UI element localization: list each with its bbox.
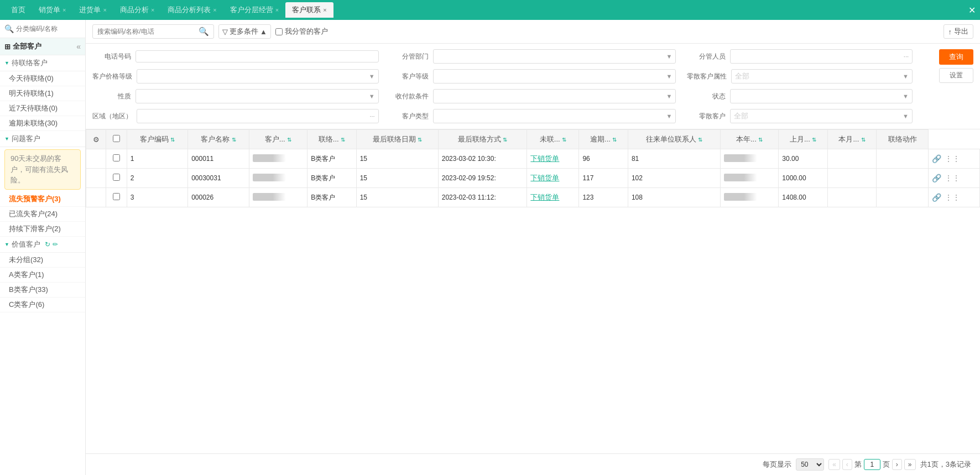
tab-product-analysis-close[interactable]: × [151, 7, 154, 13]
sidebar-group-pending[interactable]: ▼ 待联络客户 [0, 55, 85, 71]
row-last-method-0[interactable]: 下销货单 [527, 149, 579, 169]
sidebar-collapse-icon[interactable]: « [76, 42, 81, 51]
prev-page-button[interactable]: ‹ [842, 459, 852, 470]
main-search-icon[interactable]: 🔍 [199, 27, 209, 36]
filter-payment-select[interactable]: ▼ [433, 89, 676, 103]
filter-row-price-level: 客户价格等级 ▼ [92, 69, 379, 83]
filter-customer-level-select[interactable]: ▼ [433, 69, 676, 83]
export-icon: ↑ [948, 28, 952, 36]
row-checkbox-0[interactable] [106, 149, 127, 169]
last-date-column-header[interactable]: 最后联络日期 ⇅ [356, 130, 438, 149]
main-search-input[interactable] [97, 28, 196, 35]
filter-dept-select[interactable]: ▼ [433, 49, 676, 64]
action-more-icon-2[interactable]: ⋮⋮ [945, 193, 960, 202]
tab-product-list-close[interactable]: × [213, 7, 216, 13]
tab-sales-close[interactable]: × [62, 7, 66, 13]
chevron-down-icon-status: ▼ [903, 93, 909, 100]
row-actions-1: 🔗 ⋮⋮ [929, 169, 980, 188]
sidebar-group-value[interactable]: ▼ 价值客户 ↻ ✏ [0, 237, 85, 253]
filter-phone-label: 电话号码 [92, 52, 131, 61]
my-customers-checkbox[interactable] [275, 28, 283, 35]
page-nav: « ‹ 第 页 › » [828, 459, 915, 470]
tab-home[interactable]: 首页 [4, 2, 32, 18]
overdue-column-header[interactable]: 逾期... ⇅ [579, 130, 628, 149]
filter-retail-attr-select[interactable]: 全部 ▼ [731, 69, 913, 83]
sidebar-group-problem[interactable]: ▼ 问题客户 [0, 131, 85, 147]
triangle-icon-problem: ▼ [4, 136, 9, 142]
row-checkbox-2[interactable] [106, 188, 127, 207]
tab-customer-layer[interactable]: 客户分层经营 × [223, 2, 285, 18]
action-link-icon-1[interactable]: 🔗 [932, 174, 941, 182]
sidebar-item-overdue[interactable]: 逾期未联络(30) [0, 116, 85, 131]
tab-product-analysis[interactable]: 商品分析 × [113, 2, 161, 18]
filter-bar-right: ↑ 导出 [943, 24, 974, 39]
edit-icon[interactable]: ✏ [53, 241, 58, 248]
filter-retail-select[interactable]: 全部 ▼ [730, 109, 913, 123]
gear-column-header[interactable]: ⚙ [86, 130, 106, 149]
uncontacted-column-header[interactable]: 未联... ⇅ [527, 130, 579, 149]
contact-column-header[interactable]: 联络... ⇅ [307, 130, 357, 149]
row-checkbox-1[interactable] [106, 169, 127, 188]
contact-person-column-header[interactable]: 往来单位联系人 ⇅ [628, 130, 720, 149]
tab-purchase[interactable]: 进货单 × [72, 2, 113, 18]
filter-customer-type-select[interactable]: ▼ [433, 109, 676, 123]
year-amount-column-header[interactable]: 本年... ⇅ [720, 130, 779, 149]
filter-row-retail-attr: 零散客户属性 全部 ▼ [687, 69, 973, 83]
sidebar-item-declining[interactable]: 持续下滑客户(2) [0, 222, 85, 237]
last-page-button[interactable]: » [904, 459, 916, 470]
page-number-input[interactable] [864, 459, 880, 470]
my-customers-checkbox-wrap[interactable]: 我分管的客户 [275, 27, 328, 36]
sidebar-item-class-b[interactable]: B类客户(33) [0, 283, 85, 297]
filter-status-select[interactable]: ▼ [730, 89, 913, 103]
query-button[interactable]: 查询 [939, 49, 973, 65]
filter-price-level-select[interactable]: ▼ [137, 69, 379, 83]
type-column-header[interactable]: 客户... ⇅ [249, 130, 307, 149]
sidebar-item-tomorrow[interactable]: 明天待联络(1) [0, 86, 85, 101]
next-page-button[interactable]: › [892, 459, 902, 470]
row-last-method-1[interactable]: 下销货单 [527, 169, 579, 188]
first-page-button[interactable]: « [828, 459, 840, 470]
tab-sales[interactable]: 销货单 × [32, 2, 72, 18]
chevron-down-icon-nature: ▼ [369, 93, 375, 100]
settings-button[interactable]: 设置 [939, 68, 973, 83]
sidebar-item-churn-warning[interactable]: 流失预警客户(3) [0, 192, 85, 207]
select-all-checkbox[interactable] [113, 135, 120, 142]
close-window-button[interactable]: ✕ [968, 5, 976, 15]
tab-purchase-close[interactable]: × [103, 7, 106, 13]
sidebar-all-customers[interactable]: ⊞ 全部客户 « [0, 38, 85, 55]
action-link-icon-2[interactable]: 🔗 [932, 193, 941, 202]
sidebar-item-class-a[interactable]: A类客户(1) [0, 268, 85, 283]
tab-customer-contact-close[interactable]: × [323, 7, 326, 13]
name-column-header[interactable]: 客户名称 ⇅ [188, 130, 249, 149]
last-month-column-header[interactable]: 上月... ⇅ [779, 130, 828, 149]
action-link-icon-0[interactable]: 🔗 [932, 154, 941, 163]
tab-product-list[interactable]: 商品分析列表 × [161, 2, 223, 18]
sidebar-item-today-label: 今天待联络(0) [9, 74, 54, 82]
filter-manager-select[interactable]: ··· [730, 49, 913, 64]
code-column-header[interactable]: 客户编码 ⇅ [127, 130, 187, 149]
sidebar-item-week[interactable]: 近7天待联络(0) [0, 101, 85, 116]
last-method-column-header[interactable]: 最后联络方式 ⇅ [438, 130, 527, 149]
filter-region-select[interactable]: ··· [137, 109, 379, 123]
this-month-column-header[interactable]: 本月... ⇅ [827, 130, 877, 149]
row-uncontacted-1: 117 [579, 169, 628, 188]
more-conditions-button[interactable]: ▽ 更多条件 ▲ [218, 24, 271, 39]
sidebar-item-class-c[interactable]: C类客户(6) [0, 297, 85, 312]
sidebar-item-churned[interactable]: 已流失客户(24) [0, 207, 85, 222]
filter-phone-input[interactable] [135, 50, 379, 62]
checkbox-column-header[interactable] [106, 130, 127, 149]
action-more-icon-1[interactable]: ⋮⋮ [945, 174, 960, 182]
sidebar-search-input[interactable] [16, 25, 81, 33]
row-last-method-2[interactable]: 下销货单 [527, 188, 579, 207]
export-button[interactable]: ↑ 导出 [943, 24, 974, 39]
gear-icon[interactable]: ⚙ [93, 135, 100, 144]
tab-product-list-label: 商品分析列表 [168, 5, 211, 15]
action-more-icon-0[interactable]: ⋮⋮ [945, 154, 960, 163]
filter-nature-select[interactable]: ▼ [135, 89, 379, 103]
refresh-icon[interactable]: ↻ [45, 241, 50, 248]
sidebar-item-ungrouped[interactable]: 未分组(32) [0, 253, 85, 268]
tab-customer-layer-close[interactable]: × [275, 7, 279, 13]
sidebar-item-today[interactable]: 今天待联络(0) [0, 71, 85, 86]
per-page-select[interactable]: 50 100 200 [796, 458, 824, 471]
tab-customer-contact[interactable]: 客户联系 × [285, 2, 333, 18]
